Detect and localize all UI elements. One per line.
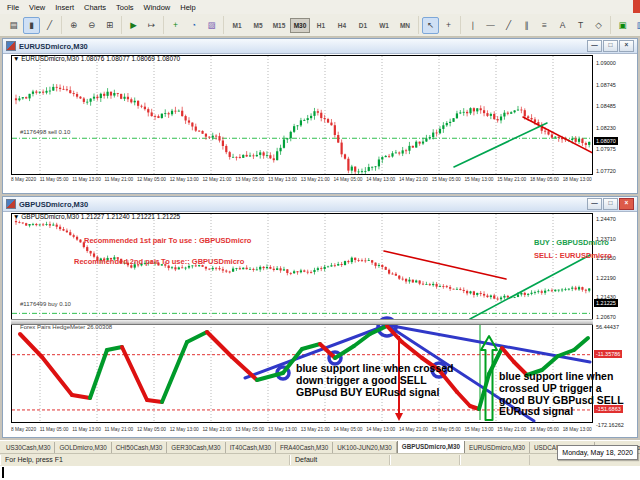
indicator-label: Forex Pairs HedgeMeter 26.00308 <box>20 324 112 330</box>
restore-icon[interactable]: □ <box>603 40 618 52</box>
status-profile[interactable]: Default <box>290 455 390 465</box>
chart-icon <box>6 199 16 209</box>
vertical-line-icon[interactable]: ∣ <box>464 17 481 34</box>
label-icon[interactable]: T <box>572 17 589 34</box>
timeframe-h4[interactable]: H4 <box>332 18 352 33</box>
sell-signal-text: SELL : EURUSDmicro <box>534 251 612 260</box>
minimize-icon[interactable]: — <box>587 40 602 52</box>
menu-item-tools[interactable]: Tools <box>111 3 139 12</box>
zoom-in-icon[interactable]: ⊕ <box>65 17 82 34</box>
toolbar-group: ⊕⊖⊞ <box>62 16 122 34</box>
fibonacci-icon[interactable]: ≡ <box>536 17 553 34</box>
chart1-order-label: #1176498 sell 0.10 <box>20 129 70 135</box>
periods-icon[interactable]: ◔ <box>185 17 202 34</box>
price-axis-label: 1.24470 <box>596 216 616 222</box>
time-label: 12 May 05:00 <box>137 427 166 436</box>
candlestick-icon[interactable]: ▮ <box>23 17 40 34</box>
menu-item-file[interactable]: File <box>2 3 24 12</box>
time-label: 11 May 21:00 <box>105 177 134 186</box>
chart1-titlebar[interactable]: EURUSDmicro,M30 — □ × <box>3 39 637 54</box>
time-label: 11 May 13:00 <box>72 177 101 186</box>
line-chart-icon[interactable]: ╱ <box>41 17 58 34</box>
chart2-title: GBPUSDmicro,M30 <box>19 200 88 209</box>
recommended-pair-2-text: Recommended 2nd pair To use:: GBPUSDmicr… <box>74 257 244 266</box>
price-axis-label: 1.08230 <box>596 125 616 131</box>
timeframe-m5[interactable]: M5 <box>248 18 268 33</box>
toolbar-group: ▤▮╱ <box>2 16 62 34</box>
toolbar-group: ▶↦ <box>122 16 164 34</box>
bar-chart-icon[interactable]: ▤ <box>5 17 22 34</box>
note-sell-signal: blue support line when crossed down trig… <box>296 363 468 398</box>
menubar: FileViewInsertChartsToolsWindowHelp <box>0 0 640 15</box>
menu-item-view[interactable]: View <box>24 3 50 12</box>
menu-item-window[interactable]: Window <box>139 3 176 12</box>
templates-icon[interactable]: ▨ <box>203 17 220 34</box>
restore-icon[interactable]: □ <box>603 198 618 210</box>
timeframe-h1[interactable]: H1 <box>311 18 331 33</box>
close-icon[interactable]: × <box>619 40 634 52</box>
time-label: 12 May 13:00 <box>170 177 199 186</box>
zoom-out-icon[interactable]: ⊖ <box>83 17 100 34</box>
menu-item-help[interactable]: Help <box>175 3 200 12</box>
toolbar-group: ▣▥ <box>611 16 640 34</box>
time-label: 18 May 13:00 <box>563 177 592 186</box>
menu-item-insert[interactable]: Insert <box>50 3 79 12</box>
menu-item-charts[interactable]: Charts <box>79 3 111 12</box>
chart2-titlebar[interactable]: GBPUSDmicro,M30 — □ × <box>3 197 637 212</box>
chart1-plot[interactable] <box>11 55 593 175</box>
time-label: 8 May 2020 <box>11 427 36 436</box>
note-buy-signal: blue support line when crossed UP trigge… <box>499 371 627 418</box>
indicators-icon[interactable]: + <box>167 17 184 34</box>
price-axis-label: 1.22190 <box>596 275 616 281</box>
time-label: 12 May 05:00 <box>137 177 166 186</box>
trendline-icon[interactable]: ╱ <box>500 17 517 34</box>
status-cell <box>460 455 530 465</box>
time-label: 18 May 05:00 <box>530 427 559 436</box>
time-label: 12 May 21:00 <box>202 177 231 186</box>
chart-icon <box>6 41 16 51</box>
tile-windows-icon[interactable]: ⊞ <box>101 17 118 34</box>
time-label: 13 May 21:00 <box>301 427 330 436</box>
app-close-button[interactable] <box>633 0 640 13</box>
time-label: 15 May 05:00 <box>432 427 461 436</box>
timeframe-m1[interactable]: M1 <box>227 18 247 33</box>
timeframe-w1[interactable]: W1 <box>374 18 394 33</box>
price-axis-label: 1.08485 <box>596 103 616 109</box>
time-label: 14 May 05:00 <box>333 427 362 436</box>
new-chart-icon[interactable]: ▣ <box>614 17 631 34</box>
price-axis-label: 1.08745 <box>596 82 616 88</box>
time-label: 11 May 05:00 <box>40 177 69 186</box>
current-price-tag: 1.21225 <box>594 299 618 307</box>
toolbar: ▤▮╱⊕⊖⊞▶↦+◔▨M1M5M15M30H1H4D1W1MN↖+∣—╱∥≡AT… <box>0 14 640 37</box>
p2-canvas <box>12 214 592 320</box>
indicator-level-tag: -11.35786 <box>594 350 622 358</box>
channel-icon[interactable]: ∥ <box>518 17 535 34</box>
chart2-plot[interactable] <box>11 213 593 321</box>
timeframe-d1[interactable]: D1 <box>353 18 373 33</box>
minimize-icon[interactable]: — <box>587 198 602 210</box>
buy-signal-text: BUY : GBPUSDmicro <box>534 238 609 247</box>
crosshair-icon[interactable]: + <box>440 17 457 34</box>
text-icon[interactable]: A <box>554 17 571 34</box>
time-label: 13 May 13:00 <box>268 177 297 186</box>
timeframe-group: M1M5M15M30H1H4D1W1MN <box>224 16 419 34</box>
tab-gbpusdmicro-m30[interactable]: GBPUSDmicro,M30 <box>397 440 465 454</box>
chart-shift-icon[interactable]: ↦ <box>143 17 160 34</box>
horizontal-line-icon[interactable]: — <box>482 17 499 34</box>
timeframe-m15[interactable]: M15 <box>269 18 289 33</box>
time-label: 15 May 21:00 <box>497 427 526 436</box>
price-axis-label: 1.07720 <box>596 168 616 174</box>
time-label: 11 May 13:00 <box>72 427 101 436</box>
auto-scroll-icon[interactable]: ▶ <box>125 17 142 34</box>
close-icon[interactable]: × <box>619 198 634 210</box>
timeframe-mn[interactable]: MN <box>395 18 415 33</box>
price-axis-label: 1.20670 <box>596 314 616 320</box>
recommended-pair-1-text: Recommended 1st pair To use : GBPUSDmicr… <box>84 236 251 245</box>
chart1-title: EURUSDmicro,M30 <box>19 42 88 51</box>
profiles-icon[interactable]: ▥ <box>632 17 640 34</box>
price-axis-label: 1.07975 <box>596 146 616 152</box>
timeframe-m30[interactable]: M30 <box>290 18 310 33</box>
price-axis-label: 1.09000 <box>596 60 616 66</box>
shapes-icon[interactable]: ◇ <box>590 17 607 34</box>
cursor-icon[interactable]: ↖ <box>422 17 439 34</box>
